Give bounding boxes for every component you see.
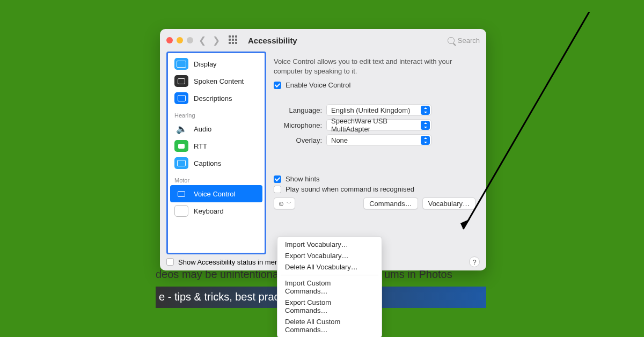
menu-import-vocabulary[interactable]: Import Vocabulary… (277, 239, 382, 250)
microphone-label: Microphone: (274, 121, 322, 129)
sidebar-item-label: Keyboard (194, 207, 224, 215)
overlay-label: Overlay: (274, 136, 322, 144)
commands-button[interactable]: Commands… (363, 197, 418, 209)
sidebar-item-label: Captions (194, 159, 221, 167)
bg-text-2: e - tips & tricks, best pract (159, 291, 282, 303)
microphone-select[interactable]: SpeechWare USB MultiAdapter (326, 119, 431, 131)
show-hints-row[interactable]: Show hints (274, 175, 475, 183)
language-value: English (United Kingdom) (331, 106, 410, 114)
show-all-button[interactable] (229, 35, 238, 45)
search-icon (448, 37, 455, 44)
play-sound-row[interactable]: Play sound when command is recognised (274, 185, 475, 193)
sidebar-item-label: Audio (194, 125, 211, 133)
menu-export-custom-commands[interactable]: Export Custom Commands… (277, 297, 382, 316)
close-icon[interactable] (166, 37, 173, 43)
menu-separator (281, 275, 378, 275)
enable-voice-control-row[interactable]: Enable Voice Control (274, 81, 475, 89)
show-hints-label: Show hints (286, 175, 320, 183)
sidebar-item-captions[interactable]: Captions (170, 155, 262, 172)
chevron-updown-icon (421, 106, 430, 115)
sidebar-item-audio[interactable]: 🔈Audio (170, 120, 262, 137)
content-pane: Voice Control allows you to edit text an… (266, 52, 486, 254)
sidebar-item-label: Voice Control (194, 190, 235, 198)
sidebar-item-voice-control[interactable]: Voice Control (170, 185, 262, 202)
minimize-icon[interactable] (177, 37, 183, 43)
sidebar-item-spoken[interactable]: Spoken Content (170, 72, 262, 90)
nav-back-button[interactable]: ❮ (197, 35, 207, 46)
face-icon: ☺ (277, 200, 284, 208)
display-icon (174, 58, 188, 70)
sidebar-item-rtt[interactable]: RTT (170, 137, 262, 155)
zoom-icon[interactable] (187, 37, 193, 43)
keyboard-icon (174, 205, 188, 217)
menu-delete-all-custom-commands[interactable]: Delete All Custom Commands… (277, 316, 382, 335)
chevron-updown-icon (421, 121, 430, 130)
chevron-updown-icon (421, 136, 430, 145)
play-sound-checkbox[interactable] (274, 186, 281, 193)
sidebar-item-label: Display (194, 60, 217, 68)
sidebar-item-display[interactable]: Display (170, 55, 262, 72)
sidebar: Display Spoken Content Descriptions Hear… (166, 52, 266, 254)
menu-delete-all-vocabulary[interactable]: Delete All Vocabulary… (277, 261, 382, 273)
show-status-label: Show Accessibility status in menu (178, 258, 282, 266)
enable-voice-control-checkbox[interactable] (274, 82, 281, 89)
descriptions-icon (174, 92, 188, 104)
chevron-down-icon: ﹀ (287, 200, 291, 207)
help-button[interactable]: ? (469, 257, 480, 267)
sidebar-item-keyboard[interactable]: Keyboard (170, 202, 262, 219)
vocabulary-button[interactable]: Vocabulary… (422, 197, 475, 209)
search-placeholder: Search (458, 36, 480, 45)
show-hints-checkbox[interactable] (274, 175, 281, 183)
sidebar-heading-motor: Motor (170, 172, 262, 185)
titlebar: ❮ ❯ Accessibility Search (160, 29, 486, 52)
menu-import-custom-commands[interactable]: Import Custom Commands… (277, 277, 382, 297)
overlay-select[interactable]: None (326, 134, 431, 146)
enable-voice-control-label: Enable Voice Control (286, 81, 350, 89)
play-sound-label: Play sound when command is recognised (286, 185, 414, 193)
audio-icon: 🔈 (174, 123, 188, 135)
preferences-window: ❮ ❯ Accessibility Search Display Spoken … (160, 29, 486, 270)
window-controls[interactable] (166, 37, 193, 43)
search-field[interactable]: Search (448, 36, 480, 45)
captions-icon (174, 157, 188, 169)
actions-menu-button[interactable]: ☺ ﹀ (274, 197, 295, 209)
pane-description: Voice Control allows you to edit text an… (274, 57, 475, 76)
sidebar-item-descriptions[interactable]: Descriptions (170, 90, 262, 107)
spoken-icon (174, 75, 188, 87)
menu-export-vocabulary[interactable]: Export Vocabulary… (277, 250, 382, 261)
nav-forward-button[interactable]: ❯ (211, 35, 221, 46)
overlay-value: None (331, 136, 348, 144)
actions-dropdown-menu: Import Vocabulary… Export Vocabulary… De… (277, 236, 382, 337)
sidebar-item-label: Descriptions (194, 94, 232, 102)
rtt-icon (174, 140, 188, 152)
sidebar-item-label: RTT (194, 142, 207, 150)
window-title: Accessibility (248, 36, 297, 45)
language-label: Language: (274, 106, 322, 114)
show-status-checkbox[interactable] (166, 258, 174, 266)
microphone-value: SpeechWare USB MultiAdapter (331, 117, 419, 133)
voice-control-icon (174, 188, 188, 200)
language-select[interactable]: English (United Kingdom) (326, 104, 431, 116)
sidebar-heading-hearing: Hearing (170, 107, 262, 120)
sidebar-item-label: Spoken Content (194, 77, 244, 85)
